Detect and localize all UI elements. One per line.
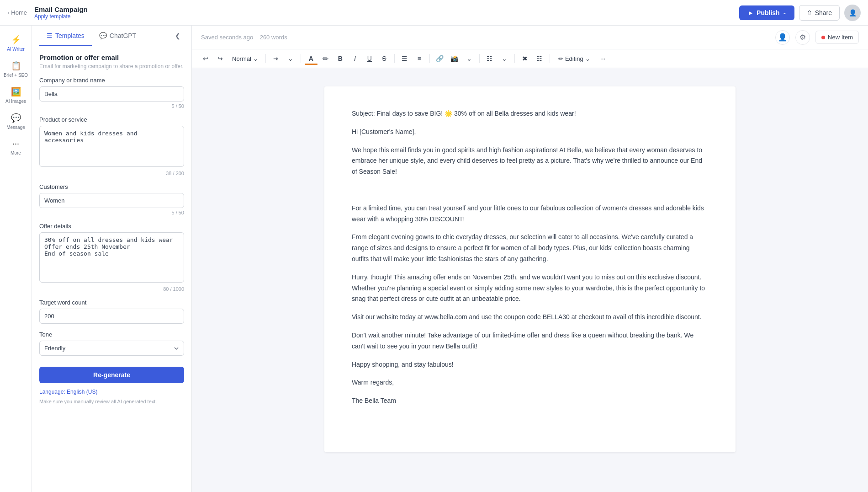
table-chevron-button[interactable]: ⌄: [498, 52, 511, 65]
icon-sidebar: ⚡ AI Writer 📋 Brief + SEO 🖼️ AI Images 💬…: [0, 26, 32, 492]
tone-select[interactable]: Friendly Professional Casual Formal Witt…: [39, 341, 184, 356]
more-options-btn[interactable]: ☷: [533, 52, 546, 65]
image-button[interactable]: 📸: [448, 52, 461, 65]
image-chevron-button[interactable]: ⌄: [463, 52, 476, 65]
avatar[interactable]: 👤: [844, 5, 861, 21]
page-title: Email Campaign: [34, 5, 88, 13]
toolbar-sep-5: [479, 54, 480, 63]
nav-title: Email Campaign Apply template: [34, 5, 88, 20]
share-icon: ⇧: [807, 9, 812, 16]
wordcount-field-group: Target word count: [39, 299, 184, 324]
editor-topbar-left: Saved seconds ago 260 words: [201, 34, 287, 41]
underline-button[interactable]: U: [363, 52, 376, 65]
email-para2: For a limited time, you can treat yourse…: [352, 203, 708, 225]
panel: ☰ Templates 💬 ChatGPT ❮ Promotion or off…: [32, 26, 192, 492]
toolbar-sep-6: [514, 54, 515, 63]
email-para6: Don't wait another minute! Take advantag…: [352, 330, 708, 352]
bullet-list-button[interactable]: ☰: [398, 52, 411, 65]
offer-field-group: Offer details 30% off on all dresses and…: [39, 223, 184, 292]
sidebar-item-message[interactable]: 💬 Message: [0, 109, 32, 134]
redo-button[interactable]: ↪: [214, 52, 227, 65]
new-item-label: New Item: [828, 34, 853, 41]
font-color-button[interactable]: A: [305, 52, 318, 65]
ai-writer-icon: ⚡: [11, 35, 21, 45]
ai-images-icon: 🖼️: [11, 87, 21, 97]
disclaimer-text: Make sure you manually review all AI gen…: [39, 399, 184, 404]
email-para1: We hope this email finds you in good spi…: [352, 145, 708, 177]
sidebar-item-brief-seo[interactable]: 📋 Brief + SEO: [0, 57, 32, 81]
editing-label: Editing: [565, 55, 583, 62]
align-chevron-button[interactable]: ⌄: [284, 52, 297, 65]
sidebar-item-label-message: Message: [6, 125, 25, 130]
word-count: 260 words: [260, 34, 287, 41]
bold-button[interactable]: B: [334, 52, 347, 65]
top-nav: ‹ Home Email Campaign Apply template ► P…: [0, 0, 868, 26]
email-para5: Visit our website today at www.bella.com…: [352, 312, 708, 323]
offer-textarea[interactable]: 30% off on all dresses and kids wear Off…: [39, 232, 184, 283]
email-closing: Warm regards,: [352, 377, 708, 388]
section-title: Promotion or offer email: [39, 53, 184, 61]
editor-topbar-right: 👤 ⚙ New Item: [775, 30, 859, 45]
editing-dropdown[interactable]: ✏ Editing ⌄: [554, 53, 595, 64]
editor-area: Saved seconds ago 260 words 👤 ⚙ New Item…: [192, 26, 868, 492]
share-button[interactable]: ⇧ Share: [799, 5, 840, 21]
email-greeting: Hi [Customer's Name],: [352, 127, 708, 138]
align-button[interactable]: ⇥: [270, 52, 282, 65]
sidebar-item-label-brief-seo: Brief + SEO: [4, 73, 28, 78]
company-field-group: Company or brand name 5 / 50: [39, 77, 184, 109]
numbered-list-button[interactable]: ≡: [413, 52, 426, 65]
product-textarea[interactable]: Women and kids dresses and accessories: [39, 126, 184, 167]
italic-button[interactable]: I: [349, 52, 361, 65]
language-text: Language:: [39, 389, 65, 395]
sidebar-item-ai-images[interactable]: 🖼️ AI Images: [0, 83, 32, 107]
regenerate-button[interactable]: Re-generate: [39, 367, 184, 383]
table-button[interactable]: ☷: [483, 52, 496, 65]
customers-field-group: Customers 5 / 50: [39, 183, 184, 215]
highlight-button[interactable]: ✏: [319, 52, 332, 65]
company-counter: 5 / 50: [39, 103, 184, 109]
code-button[interactable]: ✖: [519, 52, 531, 65]
panel-tabs: ☰ Templates 💬 ChatGPT ❮: [32, 26, 191, 46]
panel-collapse-button[interactable]: ❮: [171, 29, 184, 42]
tone-field-group: Tone Friendly Professional Casual Formal…: [39, 331, 184, 356]
apply-template-link[interactable]: Apply template: [34, 13, 88, 20]
customers-label: Customers: [39, 183, 184, 190]
tab-chatgpt[interactable]: 💬 ChatGPT: [92, 26, 143, 46]
company-label: Company or brand name: [39, 77, 184, 84]
new-item-button[interactable]: New Item: [815, 31, 859, 44]
back-link[interactable]: ‹ Home: [7, 9, 27, 16]
publish-icon: ►: [747, 9, 754, 16]
product-counter: 38 / 200: [39, 171, 184, 176]
link-button[interactable]: 🔗: [434, 52, 446, 65]
chatgpt-tab-icon: 💬: [99, 32, 107, 39]
sidebar-item-ai-writer[interactable]: ⚡ AI Writer: [0, 31, 32, 55]
publish-chevron-icon: ⌄: [783, 10, 786, 15]
panel-body: Promotion or offer email Email for marke…: [32, 46, 191, 492]
editing-chevron-icon: ⌄: [585, 55, 590, 62]
chatgpt-tab-label: ChatGPT: [110, 32, 136, 39]
publish-button[interactable]: ► Publish ⌄: [739, 5, 794, 20]
email-signature: The Bella Team: [352, 396, 708, 406]
product-field-group: Product or service Women and kids dresse…: [39, 116, 184, 176]
more-toolbar-options[interactable]: ···: [597, 52, 609, 65]
editor-content[interactable]: Subject: Final days to save BIG! 🌟 30% o…: [192, 68, 868, 492]
editor-paper[interactable]: Subject: Final days to save BIG! 🌟 30% o…: [324, 86, 736, 452]
settings-icon-btn[interactable]: ⚙: [795, 30, 810, 45]
saved-text: Saved seconds ago: [201, 34, 253, 41]
tab-templates[interactable]: ☰ Templates: [39, 26, 92, 46]
language-value[interactable]: English (US): [67, 389, 97, 395]
sidebar-item-more[interactable]: ··· More: [0, 135, 32, 159]
email-para3: From elegant evening gowns to chic every…: [352, 232, 708, 264]
undo-button[interactable]: ↩: [199, 52, 212, 65]
publish-label: Publish: [757, 9, 780, 16]
top-nav-left: ‹ Home Email Campaign Apply template: [7, 5, 88, 20]
strikethrough-button[interactable]: S: [378, 52, 391, 65]
user-icon-btn[interactable]: 👤: [775, 30, 790, 45]
customers-input[interactable]: [39, 193, 184, 208]
style-dropdown[interactable]: Normal ⌄: [228, 53, 262, 64]
pencil-icon: ✏: [558, 55, 563, 62]
wordcount-input[interactable]: [39, 309, 184, 324]
company-input[interactable]: [39, 86, 184, 102]
toolbar-sep-4: [429, 54, 430, 63]
main-layout: ⚡ AI Writer 📋 Brief + SEO 🖼️ AI Images 💬…: [0, 26, 868, 492]
